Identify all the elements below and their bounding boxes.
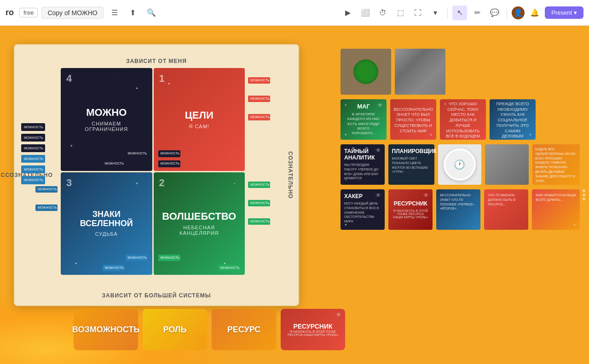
- more-tools-button[interactable]: ▾: [428, 6, 443, 20]
- toolbar-right: ▶ ⬜ ⏱ ⬚ ⛶ ▾ ↖ ✏ 💬 👤 🔔 Present ▾: [341, 6, 589, 20]
- fullscreen-button[interactable]: ⛶: [410, 6, 425, 20]
- axis-top-label: ЗАВИСИТ ОТ МЕНЯ: [126, 58, 187, 64]
- sticky-note[interactable]: МОЖНОСТЬ: [248, 182, 270, 188]
- quadrant-volshestvo[interactable]: 2 ВОЛШЕБСТВО НЕБЕСНАЯКАНЦЕЛЯРИЯ МОЖНОСТЬ…: [154, 172, 245, 275]
- bottom-card-vozmozhnost[interactable]: ВОЗМОЖНОСТЬ: [74, 309, 138, 350]
- timer-button[interactable]: ⏱: [375, 6, 390, 20]
- bottom-cards-row: ВОЗМОЖНОСТЬ РОЛЬ РЕСУРС 👁 РЕСУРСНИК Я НА…: [74, 309, 345, 350]
- bottom-card-resursnick[interactable]: 👁 РЕСУРСНИК Я НАХОЖУСЬ В ЭТОЙ ТОЧКЕ РЕСУ…: [281, 309, 345, 350]
- sticky-note[interactable]: МОЖНОСТЬ: [248, 114, 270, 120]
- eye-icon: 👁: [423, 192, 429, 199]
- sticky-note[interactable]: МОЖНОСТЬ: [248, 218, 270, 225]
- card-red3[interactable]: ЧТО-ТО ВАЖНОЕ ДОЛЖНО БЫТЬ В РЕСУРСЕ...: [484, 189, 528, 230]
- axis-right-label: СОЗНАТЕЛЬНО: [287, 151, 294, 199]
- card-taynyy-analitik[interactable]: 👁 ТАЙНЫЙАНАЛИТИК МЫ ПРОВОДИМ РАБОТУ «ПЕР…: [341, 144, 385, 185]
- left-sticky-3[interactable]: МОЖНОСТЬ: [21, 144, 45, 152]
- canvas[interactable]: ЗАВИСИТ ОТ МЕНЯ ЗАВИСИТ ОТ БОЛЬШЕЙ СИСТЕ…: [0, 26, 589, 364]
- photo-row: [341, 49, 580, 95]
- sticky-note[interactable]: МОЖНОСТЬ: [35, 186, 58, 193]
- card-red2[interactable]: ЧТО ХОРОШО СЕЙЧАС, ТОМУ МЕСТО КАК ДОБИТЬ…: [440, 99, 486, 140]
- scroll-indicator[interactable]: [583, 189, 585, 200]
- left-sticky-5[interactable]: МОЖНОСТЬ: [21, 165, 45, 173]
- record-button[interactable]: ⬚: [393, 6, 408, 20]
- quadrant-tseli[interactable]: 1 ЦЕЛИ Я САМ! МОЖНОСТЬ МОЖНОСТЬ МОЖНОСТЬ…: [154, 68, 245, 171]
- toolbar-separator2: [507, 7, 507, 18]
- left-sticky-1[interactable]: МОЖНОСТЬ: [21, 123, 45, 131]
- card-blue1[interactable]: ПРЕЖДЕ ВСЕГО НЕОБХОДИМО УЗНАТЬ КАК СОЦИА…: [490, 99, 536, 140]
- middle-row: 👁 ТАЙНЫЙАНАЛИТИК МЫ ПРОВОДИМ РАБОТУ «ПЕР…: [341, 144, 580, 185]
- quadrant-grid: 4 МОЖНО СНИМАЕМОГРАНИЧЕНИЯ МОЖНОСТЬ МОЖН…: [61, 68, 245, 275]
- eye-icon: 👁: [425, 147, 431, 154]
- notifications-button[interactable]: 🔔: [527, 6, 542, 20]
- sticky-note[interactable]: МОЖНОСТЬ: [103, 265, 125, 271]
- card-blue2[interactable]: БЕССОЗНАТЕЛЬНО ЗНАЕТ ЧТО-ТО ПОХОЖЕЕ «ПЕР…: [436, 189, 480, 230]
- cursor-tool-button[interactable]: ↖: [452, 6, 467, 20]
- free-badge: free: [19, 8, 38, 17]
- sticky-note[interactable]: МОЖНОСТЬ: [126, 150, 148, 157]
- photo-coffee: [341, 49, 391, 95]
- card-resursnick[interactable]: 👁 РЕСУРСНИК Я НАХОЖУСЬ В ЭТОЙ ТОЧКЕ РЕСУ…: [388, 189, 433, 230]
- photo-stone: [395, 49, 445, 95]
- toolbar-left: ro free Copy of МОЖНО ☰ ⬆ 🔍: [0, 6, 164, 20]
- app-logo: ro: [6, 8, 14, 17]
- search-button[interactable]: 🔍: [144, 6, 159, 20]
- quadrant-znaki[interactable]: 3 ЗНАКИВСЕЛЕННОЙ СУДЬБА МОЖНОСТЬ МОЖНОСТ…: [61, 172, 152, 275]
- sticky-note[interactable]: МОЖНОСТЬ: [248, 77, 270, 84]
- left-sticky-2[interactable]: МОЖНОСТЬ: [21, 134, 45, 142]
- eye-icon: 👁: [375, 147, 381, 154]
- card-red-orange[interactable]: МНЕ НРАВИТСЯ БОЛЬШЕ ВСЕГО ДУМАТЬ... ✦: [532, 189, 580, 230]
- axis-bottom-label: ЗАВИСИТ ОТ БОЛЬШЕЙ СИСТЕМЫ: [102, 292, 211, 299]
- bottom-card-rol[interactable]: РОЛЬ: [143, 309, 207, 350]
- card-text-orange[interactable]: БУДЬТЕ ВСЕ УДОВЛЕТВОРЕНЫ МИ ВО ВСЕХ ПРОС…: [532, 144, 580, 185]
- eye-icon: 👁: [375, 192, 381, 199]
- eye-icon: 👁: [377, 102, 383, 108]
- left-sticky-4[interactable]: МОЖНОСТЬ: [21, 155, 45, 163]
- quadrant-mozhno[interactable]: 4 МОЖНО СНИМАЕМОГРАНИЧЕНИЯ МОЖНОСТЬ МОЖН…: [61, 68, 152, 171]
- pen-tool-button[interactable]: ✏: [470, 6, 485, 20]
- card-planner[interactable]: 👁 ПЛАНИРОВЩИК БАЗОВЫЙ СВЕТ ПОКАЗАЛО ЦВЕТ…: [388, 144, 434, 185]
- photo-stone2: [485, 144, 529, 185]
- toolbar-separator: [447, 7, 448, 18]
- sticky-note[interactable]: МОЖНОСТЬ: [103, 160, 125, 167]
- sticky-note[interactable]: МОЖНОСТЬ: [126, 255, 148, 261]
- right-panel: 👁 МАГ В АРХЕТИПЕ КАЖДОГО ИЗ НАС ЕСТЬ МАГ…: [341, 49, 580, 230]
- doc-title[interactable]: Copy of МОЖНО: [41, 7, 103, 19]
- nav-forward-button[interactable]: ▶: [341, 6, 355, 20]
- comment-button[interactable]: 💬: [487, 6, 502, 20]
- scroll-dot: [583, 198, 585, 200]
- quadrant-board: ЗАВИСИТ ОТ МЕНЯ ЗАВИСИТ ОТ БОЛЬШЕЙ СИСТЕ…: [14, 44, 299, 306]
- left-stickies: МОЖНОСТЬ МОЖНОСТЬ МОЖНОСТЬ МОЖНОСТЬ МОЖН…: [21, 123, 45, 184]
- avatar-button[interactable]: 👤: [512, 6, 525, 19]
- color-cards-row1: 👁 МАГ В АРХЕТИПЕ КАЖДОГО ИЗ НАС ЕСТЬ МАГ…: [341, 99, 580, 140]
- left-sticky-6[interactable]: МОЖНОСТЬ: [21, 176, 45, 184]
- sticky-note[interactable]: МОЖНОСТЬ: [158, 255, 180, 261]
- frame-button[interactable]: ⬜: [358, 6, 373, 20]
- share-button[interactable]: ⬆: [126, 6, 140, 20]
- sticky-note[interactable]: МОЖНОСТЬ: [158, 150, 180, 157]
- present-button[interactable]: Present ▾: [545, 6, 583, 19]
- scroll-dot: [583, 193, 585, 196]
- sticky-note[interactable]: МОЖНОСТЬ: [35, 205, 58, 211]
- bottom-row: 👁 ХАКЕР МОГУ КАЖДЫЙ ДЕНЬ СТАНОВИТЬСЯ ВСЕ…: [341, 189, 580, 230]
- photo-clock: 🕐: [438, 144, 482, 185]
- card-mag[interactable]: 👁 МАГ В АРХЕТИПЕ КАЖДОГО ИЗ НАС ЕСТЬ МАГ…: [341, 99, 387, 140]
- sticky-note[interactable]: МОЖНОСТЬ: [248, 96, 270, 102]
- sticky-note[interactable]: МОЖНОСТЬ: [218, 265, 240, 271]
- sticky-note[interactable]: МОЖНОСТЬ: [158, 160, 180, 167]
- menu-button[interactable]: ☰: [107, 6, 122, 20]
- toolbar: ro free Copy of МОЖНО ☰ ⬆ 🔍 ▶ ⬜ ⏱ ⬚ ⛶ ▾ …: [0, 0, 589, 26]
- bottom-card-resurs[interactable]: РЕСУРС: [212, 309, 276, 350]
- sticky-note[interactable]: МОЖНОСТЬ: [248, 200, 270, 206]
- scroll-dot: [583, 189, 585, 192]
- card-red1[interactable]: БЕССОЗНАТЕЛЬНО ЗНАЕТ ЧТО БЫЛ ПРОСТО, ЧТО…: [390, 99, 436, 140]
